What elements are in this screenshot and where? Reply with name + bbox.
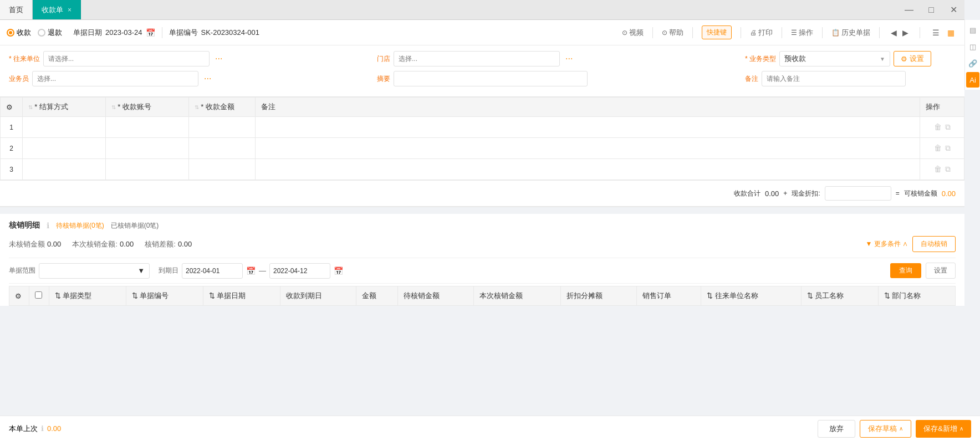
tab-pending[interactable]: 待核销单据(0笔) bbox=[56, 221, 104, 230]
filter-row: 单据范围 ▼ 到期日 📅 — 📅 查询 设置 bbox=[9, 258, 956, 284]
right-sidebar: ▤ ◫ 🔗 Ai bbox=[964, 20, 980, 90]
radio-tuikuan-label: 退款 bbox=[48, 28, 62, 38]
radio-dot-tuikuan bbox=[38, 29, 45, 37]
date-separator: — bbox=[259, 266, 266, 275]
calendar-icon[interactable]: 📅 bbox=[146, 28, 155, 37]
row-remark-3[interactable] bbox=[256, 159, 920, 180]
copy-icon-1[interactable]: ⧉ bbox=[945, 122, 951, 132]
filter-due-end[interactable] bbox=[269, 263, 330, 279]
row-amount-3[interactable] bbox=[189, 159, 256, 180]
row-settlement-2[interactable] bbox=[23, 138, 106, 159]
summary-input[interactable] bbox=[394, 71, 588, 86]
close-button[interactable]: ✕ bbox=[942, 0, 964, 20]
delete-icon-2[interactable]: 🗑 bbox=[934, 143, 942, 153]
date-start-icon[interactable]: 📅 bbox=[246, 266, 256, 275]
auto-verify-button[interactable]: 自动核销 bbox=[912, 236, 956, 252]
row-remark-1[interactable] bbox=[256, 117, 920, 138]
radio-tuikuan[interactable]: 退款 bbox=[38, 28, 62, 38]
business-type-select[interactable]: 预收款 ▼ bbox=[779, 51, 890, 66]
filter-range-select[interactable]: ▼ bbox=[39, 263, 150, 279]
nav-next[interactable]: ▶ bbox=[900, 27, 911, 38]
sub-col-checkbox[interactable] bbox=[29, 286, 49, 306]
row-account-2[interactable] bbox=[106, 138, 189, 159]
diff-value: 0.00 bbox=[178, 240, 192, 248]
current-value: 0.00 bbox=[120, 240, 134, 248]
delete-icon-1[interactable]: 🗑 bbox=[934, 122, 942, 132]
action-help[interactable]: ⊙ 帮助 bbox=[662, 28, 683, 38]
counterparty-label: * 往来单位 bbox=[9, 54, 40, 64]
row-settlement-3[interactable] bbox=[23, 159, 106, 180]
remark-input[interactable] bbox=[762, 71, 906, 86]
col-settings-header[interactable]: ⚙ bbox=[1, 98, 23, 117]
date-label: 单据日期 bbox=[73, 28, 102, 38]
settings-button[interactable]: 设置 bbox=[926, 263, 956, 279]
sub-table-header: ⚙ ⇅ 单据类型 ⇅ 单据编号 ⇅ 单据日期 收款到期日 bbox=[9, 286, 956, 306]
date-end-icon[interactable]: 📅 bbox=[334, 266, 343, 275]
save-new-button[interactable]: 保存&新增 ∧ bbox=[916, 420, 971, 438]
action-print[interactable]: 🖨 打印 bbox=[750, 28, 773, 38]
maximize-button[interactable]: □ bbox=[920, 0, 942, 20]
sidebar-icon-3[interactable]: 🔗 bbox=[966, 55, 979, 71]
sidebar-icon-2[interactable]: ◫ bbox=[966, 39, 979, 54]
sidebar-icon-1[interactable]: ▤ bbox=[966, 22, 979, 38]
tab-active[interactable]: 收款单 × bbox=[33, 0, 81, 19]
tab-done[interactable]: 已核销单据(0笔) bbox=[111, 221, 159, 230]
more-conditions-link[interactable]: ▼ 更多条件 ∧ bbox=[865, 239, 908, 249]
grid-view-btn[interactable]: ▦ bbox=[944, 27, 958, 38]
footer-info-icon[interactable]: ℹ bbox=[41, 424, 44, 433]
table-body: 1 🗑 ⧉ 2 bbox=[1, 117, 964, 180]
payment-type-group: 收款 退款 bbox=[7, 28, 62, 38]
save-draft-button[interactable]: 保存草稿 ∧ bbox=[860, 420, 911, 438]
action-video[interactable]: ⊙ 视频 bbox=[622, 28, 644, 38]
divider8 bbox=[920, 27, 920, 38]
query-button[interactable]: 查询 bbox=[890, 263, 921, 278]
sidebar-icon-ai[interactable]: Ai bbox=[966, 72, 979, 88]
select-all-checkbox[interactable] bbox=[35, 291, 42, 299]
verify-info-icon[interactable]: ℹ bbox=[47, 221, 49, 230]
action-operate[interactable]: ☰ 操作 bbox=[791, 28, 813, 38]
row-account-1[interactable] bbox=[106, 117, 189, 138]
copy-icon-3[interactable]: ⧉ bbox=[945, 165, 951, 174]
sub-col-settings[interactable]: ⚙ bbox=[9, 286, 29, 306]
row-num-3: 3 bbox=[1, 159, 23, 180]
row-remark-2[interactable] bbox=[256, 138, 920, 159]
row-amount-1[interactable] bbox=[189, 117, 256, 138]
row-num-1: 1 bbox=[1, 117, 23, 138]
delete-icon-3[interactable]: 🗑 bbox=[934, 165, 942, 174]
list-view-btn[interactable]: ☰ bbox=[929, 27, 943, 38]
sub-col-type: ⇅ 单据类型 bbox=[49, 286, 126, 306]
available-value: 0.00 bbox=[942, 189, 956, 198]
store-field: 门店 ··· bbox=[377, 51, 734, 66]
sub-col-date: ⇅ 单据日期 bbox=[203, 286, 280, 306]
radio-shoukuan[interactable]: 收款 bbox=[7, 28, 31, 38]
copy-icon-2[interactable]: ⧉ bbox=[945, 143, 951, 153]
tab-home[interactable]: 首页 bbox=[0, 0, 33, 19]
view-toggle: ☰ ▦ bbox=[929, 27, 958, 38]
col-amount-header: ⇅ * 收款金额 bbox=[189, 98, 256, 117]
sub-col-due-date: 收款到期日 bbox=[280, 286, 356, 306]
divider7 bbox=[879, 27, 880, 38]
counterparty-input[interactable] bbox=[43, 51, 210, 66]
store-ellipsis[interactable]: ··· bbox=[565, 54, 573, 64]
minimize-button[interactable]: — bbox=[898, 0, 920, 20]
table-row: 2 🗑 ⧉ bbox=[1, 138, 964, 159]
store-label: 门店 bbox=[377, 54, 390, 64]
tab-close-icon[interactable]: × bbox=[68, 6, 72, 14]
store-input[interactable] bbox=[394, 51, 560, 66]
shortcut-button[interactable]: 快捷键 bbox=[702, 25, 732, 39]
salesperson-ellipsis[interactable]: ··· bbox=[204, 74, 211, 84]
row-amount-2[interactable] bbox=[189, 138, 256, 159]
verify-actions-right: ▼ 更多条件 ∧ 自动核销 bbox=[865, 236, 956, 252]
discard-button[interactable]: 放弃 bbox=[818, 420, 855, 438]
row-account-3[interactable] bbox=[106, 159, 189, 180]
verify-header: 核销明细 ℹ 待核销单据(0笔) 已核销单据(0笔) bbox=[9, 221, 956, 230]
link-icon: 🔗 bbox=[968, 59, 977, 68]
row-settlement-1[interactable] bbox=[23, 117, 106, 138]
nav-prev[interactable]: ◀ bbox=[889, 27, 899, 38]
setup-button[interactable]: ⚙ 设置 bbox=[894, 51, 931, 66]
discount-input[interactable] bbox=[825, 186, 891, 201]
counterparty-ellipsis[interactable]: ··· bbox=[215, 54, 222, 64]
filter-due-start[interactable] bbox=[182, 263, 243, 279]
salesperson-input[interactable] bbox=[32, 71, 198, 86]
action-history[interactable]: 📋 历史单据 bbox=[831, 28, 870, 38]
